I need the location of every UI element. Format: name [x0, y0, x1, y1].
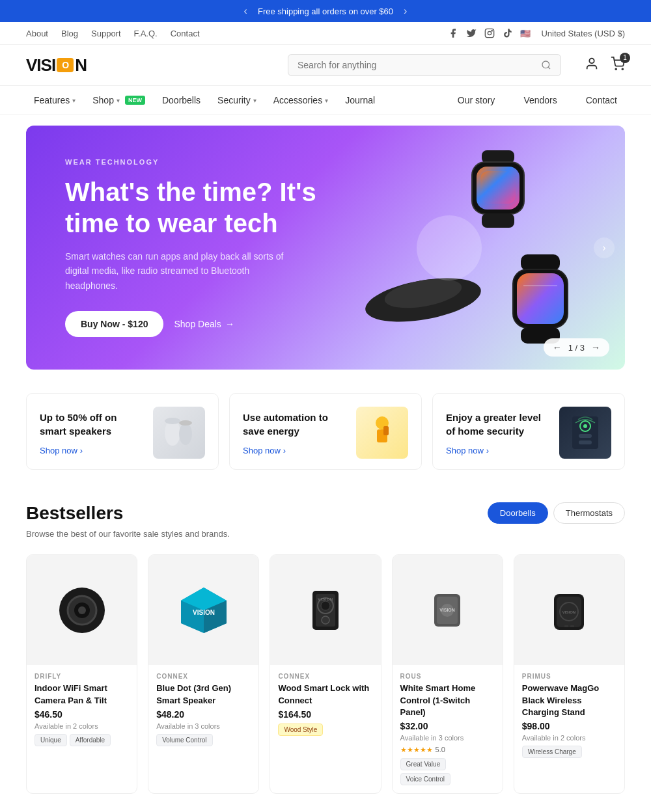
product-brand: PRIMUS	[522, 673, 616, 680]
logo[interactable]: VISION	[26, 55, 87, 75]
contact-link[interactable]: Contact	[171, 29, 200, 38]
product-brand: CONNEX	[156, 673, 251, 680]
svg-rect-0	[486, 29, 494, 37]
hero-pagination-next[interactable]: →	[591, 342, 600, 353]
product-variant: Available in 3 colors	[156, 722, 251, 730]
product-name: Indoor WiFi Smart Camera Pan & Tilt	[35, 683, 129, 706]
hero-pagination-text: 1 / 3	[568, 343, 585, 353]
rating-row: ★★★★★ 5.0	[400, 746, 495, 754]
product-brand: ROUS	[400, 673, 495, 680]
svg-point-47	[322, 616, 329, 624]
svg-rect-14	[480, 171, 516, 204]
hero-pagination: ← 1 / 3 →	[544, 338, 609, 357]
svg-rect-18	[521, 254, 560, 271]
logo-text-2: N	[75, 55, 87, 75]
filter-thermostats[interactable]: Thermostats	[553, 502, 625, 524]
filter-doorbells[interactable]: Doorbells	[488, 502, 548, 524]
product-info-charger: PRIMUS Powerwave MagGo Black Wireless Ch…	[514, 665, 624, 766]
promo-security-title: Enjoy a greater level of home security	[446, 411, 550, 438]
product-tag: Voice Control	[400, 773, 450, 785]
svg-rect-10	[482, 213, 514, 228]
product-image-camera	[27, 555, 137, 665]
about-link[interactable]: About	[26, 29, 48, 38]
product-tags: Wood Style	[278, 724, 372, 736]
nav-shop[interactable]: Shop ▾ NEW	[85, 86, 153, 115]
features-chevron-icon: ▾	[72, 97, 76, 104]
main-header: VISION 1	[0, 45, 651, 86]
product-name: Blue Dot (3rd Gen) Smart Speaker	[156, 683, 251, 706]
faq-link[interactable]: F.A.Q.	[134, 29, 158, 38]
product-card-charger[interactable]: VISION PRIMUS Powerwave MagGo Black Wire…	[514, 554, 625, 794]
shop-deals-button[interactable]: Shop Deals →	[174, 319, 234, 329]
nav-accessories[interactable]: Accessories ▾	[266, 86, 336, 115]
announcement-prev[interactable]: ‹	[244, 5, 247, 17]
nav-journal[interactable]: Journal	[337, 86, 383, 115]
support-link[interactable]: Support	[91, 29, 121, 38]
account-button[interactable]	[585, 57, 599, 74]
product-card-speaker[interactable]: VISION CONNEX Blue Dot (3rd Gen) Smart S…	[148, 554, 259, 794]
svg-point-26	[179, 420, 192, 426]
announcement-next[interactable]: ›	[404, 5, 407, 17]
nav-security[interactable]: Security ▾	[210, 86, 264, 115]
region-selector[interactable]: United States (USD $)	[541, 29, 625, 38]
product-name: White Smart Home Control (1-Switch Panel…	[400, 683, 495, 718]
product-image-panel: VISION	[393, 555, 503, 665]
product-tag: Great Value	[400, 758, 447, 770]
logo-square-icon: O	[57, 58, 74, 72]
security-chevron-icon: ▾	[253, 97, 256, 104]
bestsellers-section: Bestsellers Doorbells Thermostats Browse…	[0, 483, 651, 812]
promo-speakers-image	[153, 407, 205, 459]
instagram-icon[interactable]	[484, 27, 495, 39]
product-tag-wood: Wood Style	[278, 724, 323, 736]
product-tags: Volume Control	[156, 734, 251, 746]
primary-nav: Features ▾ Shop ▾ NEW Doorbells Security…	[0, 86, 651, 115]
search-input[interactable]	[298, 60, 536, 70]
nav-our-story[interactable]: Our story	[450, 86, 503, 115]
hero-title: What's the time? It's time to wear tech	[65, 176, 326, 239]
tiktok-icon[interactable]	[502, 27, 514, 39]
promo-security-link[interactable]: Shop now ›	[446, 446, 550, 455]
svg-rect-29	[383, 426, 389, 435]
svg-point-24	[165, 418, 180, 424]
svg-rect-58	[570, 625, 574, 627]
product-variant: Available in 3 colors	[400, 734, 495, 742]
hero-next-arrow[interactable]: ›	[594, 237, 615, 258]
svg-point-5	[615, 68, 616, 70]
cart-badge: 1	[620, 53, 630, 63]
watch-svg	[332, 144, 592, 352]
flag-icon: 🇺🇸	[520, 29, 531, 38]
svg-text:VISION: VISION	[193, 609, 215, 616]
cart-button[interactable]: 1	[611, 57, 625, 74]
product-card-lock[interactable]: VISION CONNEX Wood Smart Lock with Conne…	[270, 554, 381, 794]
twitter-icon[interactable]	[465, 27, 477, 39]
nav-vendors[interactable]: Vendors	[516, 86, 564, 115]
hero-pagination-prev[interactable]: ←	[553, 342, 562, 353]
facebook-icon[interactable]	[447, 27, 459, 39]
hero-section: WEAR TECHNOLOGY What's the time? It's ti…	[26, 126, 625, 370]
nav-features[interactable]: Features ▾	[26, 86, 83, 115]
product-tag: Volume Control	[156, 734, 212, 746]
svg-point-46	[321, 601, 330, 610]
shop-chevron-icon: ▾	[117, 97, 120, 104]
product-info-lock: CONNEX Wood Smart Lock with Connect $164…	[270, 665, 380, 743]
promo-speakers-link[interactable]: Shop now ›	[40, 446, 144, 455]
svg-point-25	[179, 423, 192, 445]
svg-text:VISION: VISION	[439, 608, 455, 612]
buy-now-button[interactable]: Buy Now - $120	[65, 311, 163, 337]
product-card-camera[interactable]: DRIFLY Indoor WiFi Smart Camera Pan & Ti…	[26, 554, 137, 794]
product-image-speaker: VISION	[148, 555, 258, 665]
nav-doorbells[interactable]: Doorbells	[154, 86, 208, 115]
promo-energy-link[interactable]: Shop now ›	[243, 446, 347, 455]
arrow-icon: ›	[80, 446, 83, 455]
blog-link[interactable]: Blog	[61, 29, 78, 38]
promo-security-image	[559, 407, 611, 459]
search-bar[interactable]	[288, 54, 561, 76]
product-tag: Unique	[35, 734, 67, 746]
bestsellers-title: Bestsellers	[26, 503, 123, 524]
product-card-panel[interactable]: VISION ROUS White Smart Home Control (1-…	[392, 554, 503, 794]
promo-card-speakers: Up to 50% off on smart speakers Shop now…	[26, 393, 219, 470]
arrow-icon: ›	[486, 446, 489, 455]
svg-rect-57	[564, 625, 568, 627]
nav-contact[interactable]: Contact	[578, 86, 625, 115]
product-info-panel: ROUS White Smart Home Control (1-Switch …	[393, 665, 503, 793]
